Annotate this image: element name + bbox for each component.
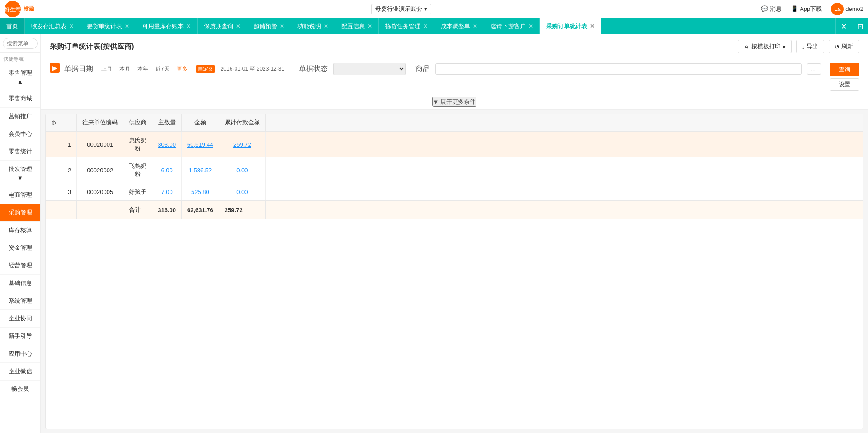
sidebar-item-system[interactable]: 系统管理 [0,292,40,310]
tab-home[interactable]: 首页 [0,18,25,34]
sidebar-item-retail-management[interactable]: 零售管理 ▲ [0,64,40,90]
column-settings-icon[interactable]: ⚙ [46,114,62,132]
nav-maximize-button[interactable]: ⊡ [852,18,868,34]
close-tab-order-stats[interactable]: ✕ [125,23,129,29]
footer-paid: 259.72 [219,201,265,219]
export-button[interactable]: ↓ 导出 [796,40,825,53]
tab-cost-adjust[interactable]: 成本调整单 ✕ [434,18,484,34]
filter-area: ▶ 单据日期 上月 本月 本年 近7天 更多 自定义 2016-01-01 至 … [41,58,868,94]
tab-pick-task[interactable]: 拣货任务管理 ✕ [379,18,434,34]
status-select[interactable] [333,63,406,75]
col-paid: 累计付款金额 [219,114,265,132]
table-row: 1 00020001 惠氏奶粉 303.00 60,519.44 259.72 [46,132,863,157]
close-tab-pick-task[interactable]: ✕ [423,23,428,29]
setting-button[interactable]: 设置 [830,78,859,91]
row-3-extra [265,183,863,201]
filter-main: 单据日期 上月 本月 本年 近7天 更多 自定义 2016-01-01 至 20… [64,63,821,75]
close-tab-cost-adjust[interactable]: ✕ [473,23,477,29]
sidebar-item-enterprise-collab[interactable]: 企业协同 [0,310,40,328]
top-bar: 好生意 标题 母婴行业演示账套 ▾ 💬 消息 📱 App下载 Ea demo2 [0,0,868,18]
tab-guide[interactable]: 功能说明 ✕ [291,18,335,34]
search-input[interactable] [3,38,38,49]
row-1-quantity: 303.00 [152,132,182,157]
table-row: 2 00020002 飞鹤奶粉 6.00 1,586.52 0.00 [46,157,863,183]
row-2-amount: 1,586.52 [182,157,219,183]
close-tab-overstock[interactable]: ✕ [280,23,284,29]
close-tab-inventory[interactable]: ✕ [186,23,191,29]
goods-input[interactable] [435,63,802,75]
tab-summary[interactable]: 收发存汇总表 ✕ [25,18,80,34]
col-supplier: 供应商 [123,114,152,132]
logo-icon: 好生意 [5,1,21,17]
print-button[interactable]: 🖨 按模板打印 ▾ [738,40,792,53]
close-tab-invite[interactable]: ✕ [528,23,533,29]
top-right: 💬 消息 📱 App下载 Ea demo2 [761,3,863,15]
date-this-year[interactable]: 本年 [135,64,151,74]
nav-close-button[interactable]: ✕ [835,18,852,34]
date-more[interactable]: 更多 [174,64,190,74]
sidebar-item-basic-info[interactable]: 基础信息 [0,275,40,292]
close-tab-guide[interactable]: ✕ [324,23,328,29]
page-title-row: 采购订单统计表(按供应商) 🖨 按模板打印 ▾ ↓ 导出 ↺ 刷新 [50,40,859,53]
sidebar-nav-label: 快捷导航 [0,53,40,64]
refresh-button[interactable]: ↺ 刷新 [829,40,859,53]
user-area[interactable]: Ea demo2 [831,3,863,15]
close-tab-summary[interactable]: ✕ [69,23,74,29]
sidebar-item-ecommerce[interactable]: 电商管理 [0,186,40,204]
date-this-month[interactable]: 本月 [117,64,133,74]
query-button[interactable]: 查询 [830,63,859,76]
close-tab-config[interactable]: ✕ [368,23,372,29]
sidebar-item-purchase[interactable]: 采购管理 [0,204,40,222]
table-header-row: ⚙ 往来单位编码 供应商 主数量 金额 累计付款金额 [46,114,863,132]
close-tab-purchase-order-stats[interactable]: ✕ [590,23,594,29]
tab-invite[interactable]: 邀请下游客户 ✕ [484,18,540,34]
row-1-unit-code: 00020001 [77,132,123,157]
status-filter-label: 单据状态 [299,64,328,74]
sidebar-item-wholesale[interactable]: 批发管理 ▼ [0,161,40,186]
sidebar-item-wechat[interactable]: 企业微信 [0,363,40,381]
svg-text:好生意: 好生意 [5,6,21,13]
sidebar-item-finance[interactable]: 资金管理 [0,239,40,257]
filter-toggle-button[interactable]: ▶ [50,63,60,73]
row-3-quantity: 7.00 [152,183,182,201]
sidebar-item-member[interactable]: 会员中心 [0,125,40,143]
goods-more-button[interactable]: … [807,63,821,75]
tab-purchase-order-stats[interactable]: 采购订单统计表 ✕ [540,18,601,34]
tab-config[interactable]: 配置信息 ✕ [335,18,379,34]
sidebar-item-operations[interactable]: 经营管理 [0,257,40,275]
content-area: 采购订单统计表(按供应商) 🖨 按模板打印 ▾ ↓ 导出 ↺ 刷新 [41,34,868,433]
row-1-supplier: 惠氏奶粉 [123,132,152,157]
filter-row-1: 单据日期 上月 本月 本年 近7天 更多 自定义 2016-01-01 至 20… [64,63,821,75]
sidebar-item-inventory[interactable]: 库存核算 [0,222,40,239]
sidebar-item-retail-stats[interactable]: 零售统计 [0,143,40,161]
expand-more-row: ▼ 展开更多条件 [41,94,868,110]
tab-overstock[interactable]: 超储预警 ✕ [247,18,291,34]
date-last-7[interactable]: 近7天 [153,64,172,74]
page-title: 采购订单统计表(按供应商) [50,42,134,52]
sidebar-item-app-center[interactable]: 应用中心 [0,345,40,363]
tab-order-stats[interactable]: 要货单统计表 ✕ [80,18,136,34]
col-amount: 金额 [182,114,219,132]
sidebar-item-guide[interactable]: 新手引导 [0,328,40,345]
row-3-supplier: 好孩子 [123,183,152,201]
goods-filter-label: 商品 [415,64,430,74]
close-tab-expiry[interactable]: ✕ [236,23,241,29]
company-selector[interactable]: 母婴行业演示账套 ▾ [371,4,431,14]
export-icon: ↓ [802,43,805,50]
nav-tabs-end: ✕ ⊡ [835,18,868,34]
sidebar-item-retail-mall[interactable]: 零售商城 [0,90,40,108]
tab-inventory[interactable]: 可用量库存账本 ✕ [136,18,198,34]
message-icon: 💬 [761,5,768,12]
app-download-button[interactable]: 📱 App下载 [791,5,822,13]
row-3-index: 3 [62,183,77,201]
tab-expiry[interactable]: 保质期查询 ✕ [198,18,247,34]
sidebar-item-vip[interactable]: 畅会员 [0,381,40,398]
message-button[interactable]: 💬 消息 [761,5,782,13]
row-3-paid: 0.00 [219,183,265,201]
date-custom-badge[interactable]: 自定义 [196,65,215,73]
expand-more-button[interactable]: ▼ 展开更多条件 [432,97,477,107]
date-last-month[interactable]: 上月 [99,64,115,74]
sidebar-item-marketing[interactable]: 营销推广 [0,108,40,125]
sidebar: 快捷导航 零售管理 ▲ 零售商城 营销推广 会员中心 零售统计 批发管理 ▼ 电… [0,34,41,433]
footer-label: 合计 [123,201,152,219]
